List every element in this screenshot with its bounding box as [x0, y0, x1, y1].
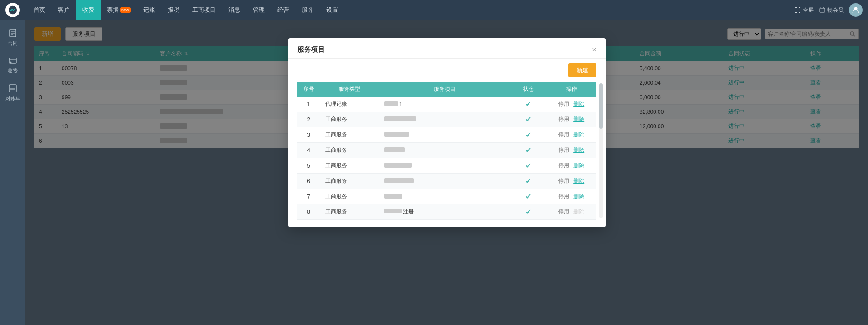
- sidebar-item-statement[interactable]: 对账单: [0, 79, 25, 107]
- modal-th-item: 服务项目: [379, 82, 510, 97]
- content-area: 新增 服务项目 进行中 已完成 已终止 全部: [25, 20, 868, 325]
- modal-th-action: 操作: [547, 82, 596, 97]
- delete-button[interactable]: 删除: [573, 147, 584, 153]
- modal-service-items: 服务项目 × 新建 序号 服务类型 服务项目 状态: [288, 38, 606, 227]
- avatar[interactable]: [849, 3, 863, 17]
- contract-icon: [8, 28, 18, 38]
- stop-button[interactable]: 停用: [558, 101, 569, 107]
- delete-button[interactable]: 删除: [573, 116, 584, 122]
- svg-rect-2: [820, 8, 825, 12]
- delete-button[interactable]: 删除: [573, 193, 584, 199]
- logo: [5, 3, 20, 17]
- modal-table-row: 8 工商服务 注册 ✔ 停用 删除: [297, 204, 596, 220]
- sidebar: 合同 收费 对账单: [0, 20, 25, 325]
- nav-item-settings[interactable]: 设置: [320, 0, 344, 20]
- billing-icon: [8, 56, 18, 66]
- svg-point-10: [10, 62, 12, 63]
- modal-table-row: 1 代理记账 1 ✔ 停用 删除: [297, 97, 596, 112]
- nav-item-tax[interactable]: 报税: [161, 0, 186, 20]
- modal-scrollbar-thumb: [599, 83, 603, 129]
- status-check-icon: ✔: [525, 146, 531, 154]
- modal-overlay: 服务项目 × 新建 序号 服务类型 服务项目 状态: [25, 20, 868, 325]
- delete-button[interactable]: 删除: [573, 131, 584, 138]
- nav-item-home[interactable]: 首页: [27, 0, 52, 20]
- delete-button[interactable]: 删除: [573, 178, 584, 184]
- stop-button[interactable]: 停用: [558, 193, 569, 199]
- main-layout: 合同 收费 对账单: [0, 20, 868, 325]
- stop-button[interactable]: 停用: [558, 147, 569, 153]
- status-check-icon: ✔: [525, 162, 531, 170]
- modal-scrollbar[interactable]: [599, 83, 603, 218]
- delete-button[interactable]: 删除: [573, 162, 584, 169]
- nav-item-client[interactable]: 客户: [52, 0, 76, 20]
- modal-th-status: 状态: [510, 82, 547, 97]
- modal-table-row: 5 工商服务 ✔ 停用 删除: [297, 158, 596, 174]
- statement-icon: [8, 83, 18, 93]
- delete-button[interactable]: 删除: [573, 101, 584, 107]
- status-check-icon: ✔: [525, 208, 531, 216]
- modal-table-row: 6 工商服务 ✔ 停用 删除: [297, 174, 596, 189]
- stop-button[interactable]: 停用: [558, 162, 569, 169]
- modal-table-row: 3 工商服务 ✔ 停用 删除: [297, 127, 596, 143]
- nav-item-message[interactable]: 消息: [222, 0, 247, 20]
- nav-right: 全屏 畅会员: [795, 3, 863, 17]
- nav-item-invoice[interactable]: 票据 new: [101, 0, 137, 20]
- fullscreen-button[interactable]: 全屏: [795, 6, 814, 14]
- modal-header: 服务项目 ×: [288, 38, 606, 59]
- status-check-icon: ✔: [525, 193, 531, 200]
- status-check-icon: ✔: [525, 131, 531, 139]
- modal-table-row: 7 工商服务 ✔ 停用 删除: [297, 189, 596, 204]
- stop-button[interactable]: 停用: [558, 116, 569, 122]
- status-check-icon: ✔: [525, 100, 531, 108]
- modal-table-row: 2 工商服务 ✔ 停用 删除: [297, 112, 596, 127]
- nav-item-business[interactable]: 工商项目: [186, 0, 222, 20]
- modal-table-row: 4 工商服务 ✔ 停用 删除: [297, 143, 596, 158]
- nav-item-operation[interactable]: 经营: [271, 0, 296, 20]
- nav-item-service[interactable]: 服务: [296, 0, 320, 20]
- member-button[interactable]: 畅会员: [819, 6, 844, 14]
- svg-point-1: [10, 10, 12, 11]
- sidebar-item-contract[interactable]: 合同: [0, 24, 25, 51]
- nav-item-manage[interactable]: 管理: [247, 0, 271, 20]
- modal-body: 序号 服务类型 服务项目 状态 操作 1 代理记账 1: [288, 82, 606, 227]
- nav-item-billing[interactable]: 收费: [76, 0, 101, 20]
- modal-service-table: 序号 服务类型 服务项目 状态 操作 1 代理记账 1: [297, 82, 596, 220]
- modal-th-type: 服务类型: [320, 82, 379, 97]
- nav-items: 首页 客户 收费 票据 new 记账 报税 工商项目 消息 管理 经营: [27, 0, 795, 20]
- stop-button[interactable]: 停用: [558, 209, 569, 215]
- new-badge: new: [120, 7, 131, 13]
- delete-button[interactable]: 删除: [573, 209, 584, 215]
- stop-button[interactable]: 停用: [558, 178, 569, 184]
- status-check-icon: ✔: [525, 116, 531, 123]
- modal-title: 服务项目: [297, 45, 325, 54]
- modal-close-button[interactable]: ×: [592, 46, 596, 53]
- status-check-icon: ✔: [525, 177, 531, 185]
- modal-toolbar: 新建: [288, 59, 606, 82]
- stop-button[interactable]: 停用: [558, 131, 569, 138]
- modal-new-button[interactable]: 新建: [568, 63, 596, 77]
- nav-item-ledger[interactable]: 记账: [137, 0, 161, 20]
- modal-th-seq: 序号: [297, 82, 320, 97]
- svg-rect-8: [9, 58, 16, 63]
- top-nav: 首页 客户 收费 票据 new 记账 报税 工商项目 消息 管理 经营: [0, 0, 868, 20]
- sidebar-item-billing[interactable]: 收费: [0, 51, 25, 79]
